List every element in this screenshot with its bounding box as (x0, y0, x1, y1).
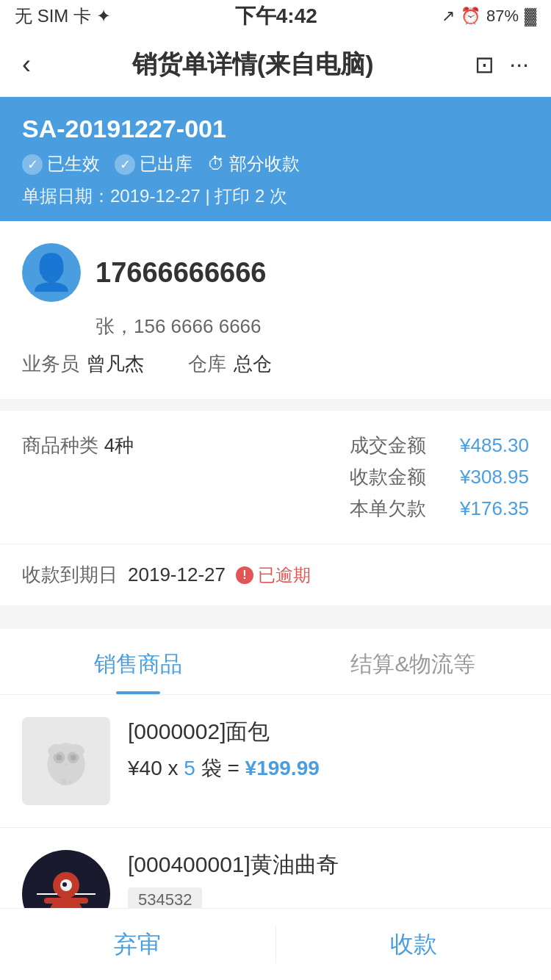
order-id: SA-20191227-001 (22, 115, 529, 143)
location-icon: ↗ (442, 7, 455, 26)
salesperson-value: 曾凡杰 (87, 351, 144, 377)
tabs-row: 销售商品 结算&物流等 (0, 629, 551, 695)
avatar: 👤 (22, 243, 81, 302)
received-row: 收款金额 ¥308.95 (350, 464, 529, 490)
battery-icon: ▓ (525, 7, 536, 26)
tab-sales-label: 销售商品 (94, 652, 182, 676)
nav-bar: ‹ 销货单详情(来自电脑) ⊡ ··· (0, 32, 551, 97)
product-name-1: [0000002]面包 (128, 717, 529, 747)
received-label: 收款金额 (350, 464, 426, 490)
battery-text: 87% (486, 7, 519, 26)
product-price-1: ¥40 x 5 袋 = ¥199.99 (128, 754, 529, 782)
warehouse-label: 仓库 (188, 351, 226, 377)
status-left: 无 SIM 卡 ✦ (15, 4, 111, 28)
check-icon (22, 153, 43, 175)
status-time: 下午4:42 (235, 2, 317, 30)
price-base-1: ¥40 (128, 757, 162, 779)
summary-grid: 商品种类 4种 成交金额 ¥485.30 收款金额 ¥308.95 本单欠款 ¥… (22, 433, 529, 522)
order-date: 单据日期：2019-12-27 | 打印 2 次 (22, 184, 529, 208)
due-date-value: 2019-12-27 (128, 563, 226, 586)
back-button[interactable]: ‹ (22, 49, 31, 80)
tab-sales[interactable]: 销售商品 (0, 629, 276, 694)
product-name-2: [000400001]黄油曲奇 (128, 850, 529, 880)
overdue-badge: ! 已逾期 (236, 563, 311, 587)
price-total-1: ¥199.99 (245, 757, 320, 779)
nav-actions: ⊡ ··· (475, 51, 529, 79)
status-effected-label: 已生效 (47, 152, 100, 176)
svg-text:兽+: 兽+ (60, 778, 72, 786)
summary-right: 成交金额 ¥485.30 收款金额 ¥308.95 本单欠款 ¥176.35 (350, 433, 529, 522)
check-icon-2 (115, 153, 135, 175)
clock-icon (207, 154, 225, 174)
types-value-num: 4种 (104, 434, 134, 456)
customer-id: 17666666666 (96, 257, 266, 289)
status-shipped: 已出库 (115, 152, 192, 176)
avatar-icon: 👤 (29, 252, 73, 293)
price-x-1: x (168, 757, 184, 779)
status-shipped-label: 已出库 (140, 152, 192, 176)
product-info-1: [0000002]面包 ¥40 x 5 袋 = ¥199.99 (128, 717, 529, 805)
received-value: ¥308.95 (441, 466, 529, 489)
table-row: 兽+ [0000002]面包 ¥40 x 5 袋 = ¥199.99 (0, 695, 551, 828)
customer-sub: 张，156 6666 6666 (96, 314, 529, 339)
divider-1 (0, 399, 551, 411)
owed-row: 本单欠款 ¥176.35 (350, 496, 529, 522)
reject-button[interactable]: 弃审 (0, 909, 276, 980)
status-bar: 无 SIM 卡 ✦ 下午4:42 ↗ ⏰ 87% ▓ (0, 0, 551, 32)
price-eq-1: = (227, 757, 245, 779)
page-title: 销货单详情(来自电脑) (132, 48, 374, 82)
customer-row: 👤 17666666666 (22, 243, 529, 302)
status-partial-label: 部分收款 (229, 152, 300, 176)
share-icon[interactable]: ⊡ (475, 51, 494, 79)
divider-2 (0, 605, 551, 617)
alarm-icon: ⏰ (461, 7, 480, 26)
tabs-section: 销售商品 结算&物流等 (0, 629, 551, 695)
salesperson-label: 业务员 (22, 351, 79, 377)
owl-icon: 兽+ (37, 732, 96, 790)
svg-point-16 (62, 882, 67, 887)
status-right: ↗ ⏰ 87% ▓ (442, 7, 536, 26)
price-qty-1: 5 (184, 757, 195, 779)
product-thumb-1: 兽+ (22, 717, 110, 805)
summary-section: 商品种类 4种 成交金额 ¥485.30 收款金额 ¥308.95 本单欠款 ¥… (0, 411, 551, 544)
customer-section: 👤 17666666666 张，156 6666 6666 业务员 曾凡杰 仓库… (0, 221, 551, 399)
overdue-dot-icon: ! (236, 566, 253, 584)
owed-label: 本单欠款 (350, 496, 426, 522)
tab-settlement-label: 结算&物流等 (350, 652, 475, 676)
price-unit-1: 袋 (201, 757, 222, 779)
salesperson-item: 业务员 曾凡杰 (22, 351, 144, 377)
status-badges: 已生效 已出库 部分收款 (22, 152, 529, 176)
due-section: 收款到期日 2019-12-27 ! 已逾期 (0, 544, 551, 605)
warehouse-value: 总仓 (234, 351, 272, 377)
customer-meta: 业务员 曾凡杰 仓库 总仓 (22, 351, 529, 377)
warehouse-item: 仓库 总仓 (188, 351, 272, 377)
overdue-label: 已逾期 (258, 563, 311, 587)
status-effected: 已生效 (22, 152, 100, 176)
svg-point-3 (56, 754, 62, 760)
svg-point-4 (71, 754, 76, 760)
amount-row: 成交金额 ¥485.30 (350, 433, 529, 458)
more-icon[interactable]: ··· (509, 51, 529, 78)
header-banner: SA-20191227-001 已生效 已出库 部分收款 单据日期：2019-1… (0, 97, 551, 221)
signal-text: 无 SIM 卡 ✦ (15, 4, 111, 28)
summary-left: 商品种类 4种 (22, 433, 134, 522)
product-types: 商品种类 4种 (22, 433, 134, 458)
tab-settlement[interactable]: 结算&物流等 (276, 629, 551, 694)
due-label: 收款到期日 (22, 562, 118, 588)
status-partial: 部分收款 (207, 152, 300, 176)
types-label: 商品种类 (22, 434, 98, 456)
amount-label: 成交金额 (350, 433, 426, 458)
owed-value: ¥176.35 (441, 497, 529, 520)
amount-value: ¥485.30 (441, 434, 529, 457)
collect-button[interactable]: 收款 (276, 909, 552, 980)
bottom-bar: 弃审 收款 (0, 908, 551, 980)
